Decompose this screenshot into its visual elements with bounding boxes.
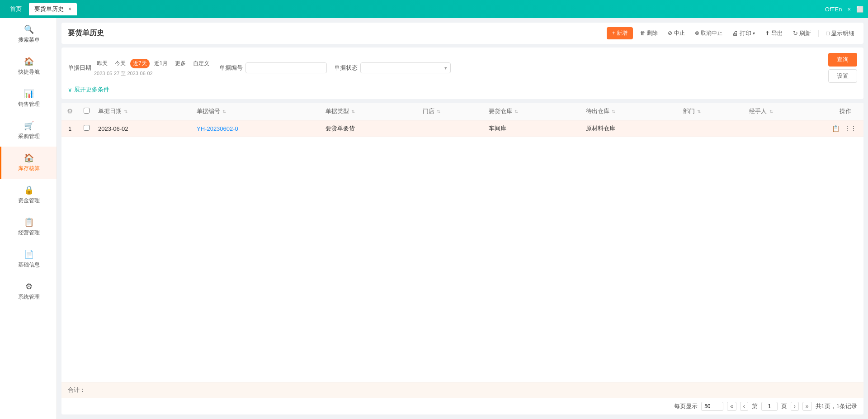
new-button[interactable]: + 新增	[607, 27, 633, 39]
date-btn-1month[interactable]: 近1月	[151, 59, 171, 68]
next-page-button[interactable]: ›	[791, 402, 799, 411]
sort-order-type-icon[interactable]: ⇅	[351, 109, 355, 114]
sidebar-item-purchase[interactable]: 🛒 采购管理	[0, 114, 57, 147]
row-edit-icon-1[interactable]: 📋	[831, 124, 840, 133]
query-button[interactable]: 查询	[828, 53, 857, 67]
refresh-button[interactable]: ↻ 刷新	[790, 28, 814, 39]
page-size-select[interactable]: 20 50 100 200	[701, 402, 723, 411]
purchase-icon: 🛒	[24, 121, 34, 131]
sort-shop-icon[interactable]: ⇅	[437, 109, 440, 114]
td-department-1	[679, 120, 745, 137]
sidebar-item-shortcut[interactable]: 🏠 快捷导航	[0, 50, 57, 82]
row-more-icon-1[interactable]: ⋮⋮	[843, 124, 858, 133]
tab-history[interactable]: 要货单历史 ×	[29, 3, 77, 15]
th-shop: 门店 ⇅	[419, 103, 485, 120]
close-window-icon[interactable]: ×	[847, 6, 851, 13]
basic-icon: 📄	[24, 249, 34, 259]
sort-req-warehouse-icon[interactable]: ⇅	[514, 109, 518, 114]
th-req-warehouse-label: 要货仓库	[489, 108, 512, 114]
sidebar-item-sales-label: 销售管理	[18, 100, 40, 108]
td-req-warehouse-1: 车间库	[485, 120, 582, 137]
prev-page-button[interactable]: ‹	[740, 402, 748, 411]
stop-button[interactable]: ⊘ 中止	[665, 28, 687, 39]
sort-pending-warehouse-icon[interactable]: ⇅	[612, 109, 615, 114]
sort-date-icon[interactable]: ⇅	[124, 109, 127, 114]
page-input-suffix: 页	[781, 402, 787, 410]
last-page-button[interactable]: »	[802, 402, 812, 411]
sidebar-item-basic[interactable]: 📄 基础信息	[0, 243, 57, 275]
filter-row: 单据日期 昨天 今天 近7天 近1月 更多 自定义 2023-05-27 至 2…	[68, 53, 857, 83]
date-range-text: 2023-05-27 至 2023-06-02	[94, 70, 212, 77]
sidebar-item-finance[interactable]: 🔒 资金管理	[0, 179, 57, 211]
print-dropdown-icon: ▾	[753, 31, 755, 36]
sidebar-item-sales[interactable]: 📊 销售管理	[0, 82, 57, 114]
th-settings: ⚙	[61, 103, 78, 120]
select-all-checkbox[interactable]	[84, 108, 90, 114]
toolbar-divider	[818, 30, 819, 37]
export-button[interactable]: ⬆ 导出	[762, 28, 786, 39]
first-page-button[interactable]: «	[727, 402, 736, 411]
sidebar-item-search[interactable]: 🔍 搜索菜单	[0, 18, 57, 50]
table-settings-icon[interactable]: ⚙	[65, 105, 75, 117]
row-checkbox-1[interactable]	[84, 125, 90, 131]
td-row-num: 1	[61, 120, 78, 137]
chevron-down-icon: ∨	[68, 86, 72, 93]
top-bar: 首页 要货单历史 × OfTEn × ⬜	[0, 0, 868, 18]
th-department-label: 部门	[683, 108, 695, 114]
order-no-input[interactable]	[245, 62, 327, 73]
page-size-label: 每页显示	[674, 402, 698, 410]
sidebar-item-inventory[interactable]: 🏠 库存核算	[0, 147, 57, 179]
cancel-stop-button[interactable]: ⊗ 取消中止	[692, 28, 725, 39]
sort-department-icon[interactable]: ⇅	[697, 109, 701, 114]
sort-order-no-icon[interactable]: ⇅	[222, 109, 226, 114]
th-order-type-label: 单据类型	[326, 108, 349, 114]
sidebar-item-operation[interactable]: 📋 经营管理	[0, 211, 57, 243]
sidebar-item-system[interactable]: ⚙ 系统管理	[0, 275, 57, 307]
print-button[interactable]: 🖨 🖨 打印 打印 ▾	[730, 28, 758, 39]
th-checkbox	[78, 103, 94, 120]
th-order-no-label: 单据编号	[197, 108, 220, 114]
row-num-1: 1	[68, 125, 71, 132]
date-btn-yesterday[interactable]: 昨天	[94, 59, 110, 68]
display-detail-button[interactable]: □ □ 显示明细 显示明细	[823, 28, 857, 39]
delete-button[interactable]: 🗑 删除	[637, 28, 660, 39]
row-order-type-1: 要货单要货	[326, 125, 355, 132]
close-tab-icon[interactable]: ×	[68, 6, 71, 12]
th-req-warehouse: 要货仓库 ⇅	[485, 103, 582, 120]
th-pending-warehouse-label: 待出仓库	[586, 108, 609, 114]
td-order-type-1: 要货单要货	[322, 120, 419, 137]
export-icon: ⬆	[765, 30, 770, 37]
date-btn-7days[interactable]: 近7天	[130, 59, 150, 68]
maximize-icon[interactable]: ⬜	[856, 6, 863, 13]
td-order-no-1: YH-20230602-0	[193, 120, 322, 137]
th-order-no: 单据编号 ⇅	[193, 103, 322, 120]
page-number-input[interactable]	[761, 402, 778, 411]
date-btn-custom[interactable]: 自定义	[190, 59, 212, 68]
date-filter-label: 单据日期	[68, 64, 91, 72]
tab-home-label: 首页	[10, 5, 22, 13]
status-select[interactable]	[360, 62, 451, 73]
tab-home[interactable]: 首页	[5, 3, 27, 15]
table-header: ⚙ 单据日期 ⇅ 单据编号 ⇅	[61, 103, 863, 120]
page-input-prefix: 第	[752, 402, 758, 410]
search-menu-icon: 🔍	[24, 24, 34, 34]
row-order-no-link-1[interactable]: YH-20230602-0	[197, 125, 238, 132]
order-no-label: 单据编号	[219, 64, 243, 72]
content-area: 要货单历史 + 新增 🗑 删除 ⊘ 中止 ⊗ 取消中止 🖨 🖨 打印 打印 ▾ …	[57, 18, 868, 419]
sort-handler-icon[interactable]: ⇅	[769, 109, 773, 114]
main-layout: 🔍 搜索菜单 🏠 快捷导航 📊 销售管理 🛒 采购管理 🏠 库存核算 🔒 资金管…	[0, 18, 868, 419]
date-btn-more[interactable]: 更多	[172, 59, 189, 68]
expand-more-button[interactable]: ∨ 展开更多条件	[68, 86, 857, 94]
setting-button[interactable]: 设置	[828, 69, 857, 83]
print-icon: 🖨	[732, 30, 738, 37]
total-info: 共1页，1条记录	[816, 402, 857, 410]
top-bar-right: OfTEn × ⬜	[825, 6, 863, 13]
sidebar-item-shortcut-label: 快捷导航	[18, 68, 40, 76]
td-date-1: 2023-06-02	[94, 120, 193, 137]
th-ops-label: 操作	[840, 108, 851, 114]
table-footer: 合计：	[61, 382, 863, 398]
date-btn-today[interactable]: 今天	[112, 59, 128, 68]
table-row: 1 2023-06-02 YH-20230602-0	[61, 120, 863, 137]
date-filter: 单据日期 昨天 今天 近7天 近1月 更多 自定义 2023-05-27 至 2…	[68, 59, 212, 77]
th-date: 单据日期 ⇅	[94, 103, 193, 120]
